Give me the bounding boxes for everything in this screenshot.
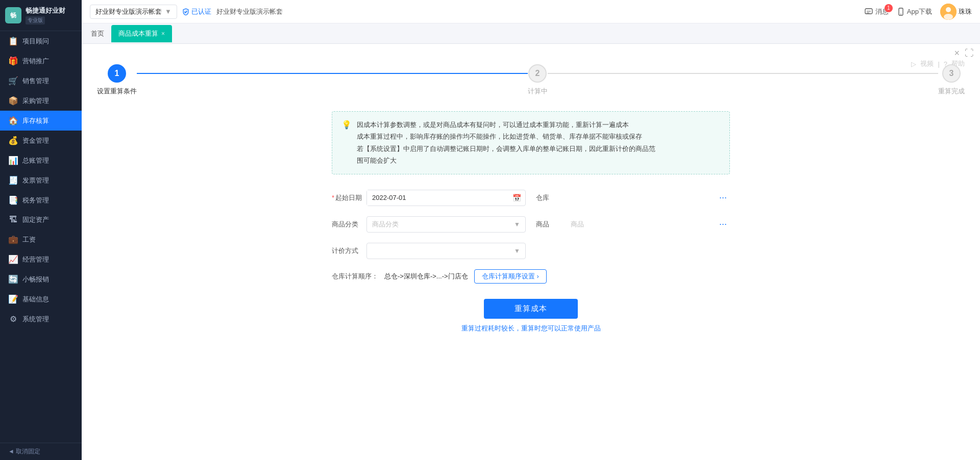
warehouse-field: 仓库 ···: [536, 192, 730, 203]
product-label: 商品: [536, 220, 567, 229]
sidebar-item-expense[interactable]: 🔄 小畅报销: [0, 269, 82, 289]
svg-point-2: [900, 13, 901, 14]
purchase-icon: 📦: [8, 96, 18, 106]
app-download-label: App下载: [907, 7, 932, 16]
svg-point-5: [944, 14, 953, 20]
sidebar-item-basic[interactable]: 📝 基础信息: [0, 289, 82, 309]
tab-home[interactable]: 首页: [84, 25, 111, 42]
sidebar-item-purchase[interactable]: 📦 采购管理: [0, 91, 82, 111]
expense-icon: 🔄: [8, 274, 18, 284]
step-label-1: 计算中: [528, 87, 548, 96]
accounting-icon: 📊: [8, 156, 18, 165]
shield-icon: [182, 8, 189, 15]
sidebar-item-label-inventory: 库存核算: [22, 116, 49, 125]
app-download-button[interactable]: App下载: [897, 7, 932, 16]
category-field: 商品分类 商品分类 ▼: [332, 216, 526, 233]
step-circle-2: 3: [942, 64, 961, 83]
sales-icon: 🛒: [8, 76, 18, 86]
avatar: [940, 4, 957, 20]
account-name: 好业财专业版演示帐套: [95, 7, 162, 16]
account-select[interactable]: 好业财专业版演示帐套 ▼: [90, 5, 177, 19]
start-date-input[interactable]: [367, 190, 508, 206]
invoice-icon: 🧾: [8, 175, 18, 185]
sidebar-nav: 📋 项目顾问🎁 营销推广🛒 销售管理📦 采购管理🏠 库存核算💰 资金管理📊 总账…: [0, 31, 82, 443]
message-icon: [864, 7, 873, 16]
sidebar-item-label-operation: 经营管理: [22, 255, 49, 264]
step-0: 1 设置重算条件: [97, 64, 137, 96]
expand-window-button[interactable]: ⛶: [965, 48, 974, 59]
finance-icon: 💰: [8, 136, 18, 145]
tabbar: 首页商品成本重算×: [82, 23, 980, 44]
verified-badge: 已认证: [182, 7, 211, 16]
topbar: 好业财专业版演示帐套 ▼ 已认证 好业财专业版演示帐套 消息 1 App下载 珠…: [82, 0, 980, 23]
recalc-button[interactable]: 重算成本: [484, 299, 578, 319]
sidebar-item-system[interactable]: ⚙ 系统管理: [0, 309, 82, 329]
sidebar-item-finance[interactable]: 💰 资金管理: [0, 131, 82, 150]
sidebar-item-label-expense: 小畅报销: [22, 275, 49, 284]
sidebar-item-accounting[interactable]: 📊 总账管理: [0, 150, 82, 170]
salary-icon: 💼: [8, 235, 18, 244]
sidebar-item-project[interactable]: 📋 项目顾问: [0, 31, 82, 51]
topbar-right: 消息 1 App下载 珠珠: [864, 4, 972, 20]
sidebar-item-assets[interactable]: 🏗 固定资产: [0, 210, 82, 229]
form-row-1: *起始日期 📅 仓库 ···: [332, 190, 730, 206]
warehouse-order-settings-button[interactable]: 仓库计算顺序设置 ›: [474, 269, 547, 284]
content-inner: × ⛶ 1 设置重算条件 2 计算中 3 重算完成 ▷ 视频 | ? 帮助 💡 …: [82, 44, 980, 460]
brand-sub: 专业版: [26, 16, 45, 24]
messages-button[interactable]: 消息 1: [864, 7, 889, 16]
step-1: 2 计算中: [528, 64, 548, 96]
brand-name: 畅捷通好业财: [26, 6, 65, 15]
user-profile-button[interactable]: 珠珠: [940, 4, 972, 20]
sidebar-item-marketing[interactable]: 🎁 营销推广: [0, 51, 82, 71]
warehouse-order-value: 总仓->深圳仓库->...->门店仓: [384, 272, 468, 281]
account-select-arrow: ▼: [165, 8, 172, 15]
tab-label-recalc: 商品成本重算: [118, 29, 158, 38]
video-link[interactable]: 视频: [920, 59, 934, 68]
notice-line: 若【系统设置】中启用了自动调整记账日期时，会调整入库单的整单记账日期，因此重新计…: [357, 143, 655, 155]
step-line-1: [548, 73, 939, 74]
sidebar-item-label-accounting: 总账管理: [22, 156, 49, 165]
sidebar-item-label-purchase: 采购管理: [22, 96, 49, 106]
product-input: 商品: [571, 220, 712, 229]
sidebar-item-label-project: 项目顾问: [22, 37, 49, 46]
sidebar-item-label-basic: 基础信息: [22, 295, 49, 304]
inventory-icon: 🏠: [8, 116, 18, 125]
category-select[interactable]: 商品分类 ▼: [366, 216, 526, 233]
product-placeholder: 商品: [571, 220, 584, 228]
verified-text: 已认证: [191, 7, 211, 16]
pricing-arrow-icon: ▼: [514, 247, 520, 254]
sidebar-item-label-system: 系统管理: [22, 315, 49, 324]
tab-close-recalc[interactable]: ×: [161, 31, 165, 37]
chevron-right-icon: ›: [537, 272, 539, 280]
sidebar-header: 畅 畅捷通好业财 专业版: [0, 0, 82, 31]
sidebar-item-label-tax: 税务管理: [22, 196, 49, 205]
tab-recalc[interactable]: 商品成本重算×: [111, 25, 172, 42]
step-circle-1: 2: [528, 64, 547, 83]
assets-icon: 🏗: [8, 215, 18, 224]
basic-icon: 📝: [8, 294, 18, 304]
operation-icon: 📈: [8, 254, 18, 264]
action-area: 重算成本 重算过程耗时较长，重算时您可以正常使用产品: [332, 299, 730, 333]
warehouse-dots-button[interactable]: ···: [716, 192, 730, 203]
warehouse-order-row: 仓库计算顺序： 总仓->深圳仓库->...->门店仓 仓库计算顺序设置 ›: [332, 269, 730, 284]
start-date-field: *起始日期 📅: [332, 190, 526, 206]
sidebar-item-operation[interactable]: 📈 经营管理: [0, 249, 82, 269]
notice-line: 成本重算过程中，影响库存账的操作均不能操作，比如进货单、销货单、库存单据不能审核…: [357, 131, 655, 142]
recalc-note: 重算过程耗时较长，重算时您可以正常使用产品: [461, 324, 601, 333]
app-logo: 畅: [5, 7, 21, 23]
sidebar-item-sales[interactable]: 🛒 销售管理: [0, 71, 82, 91]
pricing-select[interactable]: ▼: [366, 243, 526, 259]
sidebar-item-tax[interactable]: 📑 税务管理: [0, 190, 82, 210]
tax-icon: 📑: [8, 195, 18, 205]
sidebar-item-salary[interactable]: 💼 工资: [0, 229, 82, 249]
content-area: × ⛶ 1 设置重算条件 2 计算中 3 重算完成 ▷ 视频 | ? 帮助 💡 …: [82, 44, 980, 460]
sidebar-item-label-assets: 固定资产: [22, 215, 49, 224]
system-icon: ⚙: [8, 314, 18, 324]
sidebar-footer-unpin[interactable]: ◄ 取消固定: [0, 443, 82, 460]
sidebar-item-inventory[interactable]: 🏠 库存核算: [0, 111, 82, 131]
product-dots-button[interactable]: ···: [716, 219, 730, 229]
form-row-3: 计价方式 ▼: [332, 243, 730, 259]
sidebar-item-invoice[interactable]: 🧾 发票管理: [0, 170, 82, 190]
calendar-icon[interactable]: 📅: [508, 194, 525, 202]
step-2: 3 重算完成: [938, 64, 965, 96]
